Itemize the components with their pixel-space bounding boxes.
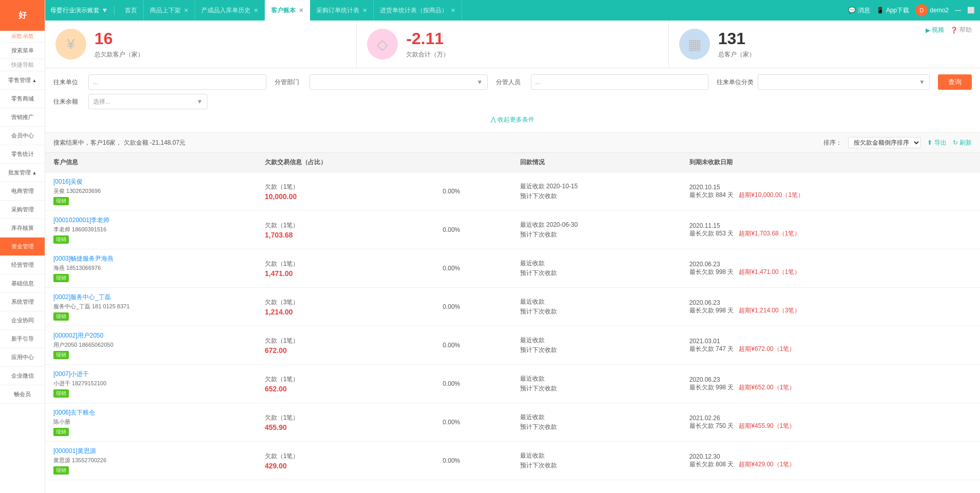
- filter-balance-input[interactable]: 选择... ▼: [88, 94, 207, 109]
- sidebar-item-marketing[interactable]: 营销推广: [0, 108, 45, 127]
- sidebar-item-member[interactable]: 会员中心: [0, 127, 45, 145]
- col-header-percent: [434, 153, 512, 172]
- results-bar: 搜索结果中，客户16家， 欠款金额 -21,148.07元 排序： 按欠款金额倒…: [45, 133, 980, 153]
- tab-customer-account[interactable]: 客户账本 ✕: [265, 0, 310, 21]
- cell-debt-1: 欠款（1笔） 1,703.68: [257, 211, 435, 249]
- next-recover-5: 预计下次收款: [520, 384, 673, 393]
- customer-name-1[interactable]: [0001020001]李老师: [53, 216, 248, 225]
- cell-customer-2: [0003]畅捷服务尹海燕 海燕 18513066976 现销: [45, 249, 257, 288]
- sidebar-item-basic-info[interactable]: 基础信息: [0, 274, 45, 293]
- filter-dept-input[interactable]: ▼: [310, 74, 488, 90]
- stat-icon-total: ▦: [679, 29, 710, 60]
- stat-card-debtors: ¥ 16 总欠款客户（家）: [45, 21, 357, 68]
- filter-manager-input[interactable]: ...: [531, 74, 709, 90]
- debt-amount-1[interactable]: 1,703.68: [265, 231, 427, 239]
- window-minimize[interactable]: —: [955, 7, 961, 14]
- window-maximize[interactable]: ⬜: [967, 7, 975, 14]
- filter-manager: 分管人员 ...: [496, 74, 709, 90]
- cell-overdue-5: 2020.06.23 最长欠款 998 天 超期¥652.00（1笔）: [681, 365, 980, 403]
- debt-percent-3: 0.00%: [443, 303, 504, 310]
- sidebar-item-retail-mall[interactable]: 零售商城: [0, 90, 45, 108]
- sidebar-item-system[interactable]: 系统管理: [0, 293, 45, 311]
- debt-amount-4[interactable]: 672.00: [265, 346, 427, 354]
- overdue-detail-1[interactable]: 超期¥1,703.68（1笔）: [739, 230, 800, 237]
- customer-name-7[interactable]: [000001]黄思源: [53, 447, 248, 456]
- sidebar-item-app-center[interactable]: 应用中心: [0, 348, 45, 367]
- customer-name-6[interactable]: [0006]去下粮仓: [53, 408, 248, 417]
- overdue-days-2: 最长欠款 998 天 超期¥1,471.00（1笔）: [689, 268, 972, 277]
- sidebar-item-vip-member[interactable]: 畅会员: [0, 385, 45, 404]
- debt-amount-6[interactable]: 455.90: [265, 423, 427, 431]
- user-avatar[interactable]: D demo2: [915, 4, 949, 16]
- cell-overdue-4: 2021.03.01 最长欠款 747 天 超期¥672.00（1笔）: [681, 326, 980, 365]
- tab-product-offline[interactable]: 商品上下架 ✕: [144, 0, 195, 21]
- sidebar-item-corp-wechat[interactable]: 企业微信: [0, 367, 45, 385]
- tab-home[interactable]: 首页: [119, 0, 144, 21]
- sidebar-item-retail-mgmt[interactable]: 零售管理 ▲: [0, 71, 45, 90]
- overdue-detail-3[interactable]: 超期¥1,214.00（3笔）: [739, 307, 800, 314]
- debt-percent-2: 0.00%: [443, 265, 504, 272]
- customer-name-2[interactable]: [0003]畅捷服务尹海燕: [53, 254, 248, 263]
- debt-amount-7[interactable]: 429.00: [265, 462, 427, 470]
- tab-close-product-history[interactable]: ✕: [254, 7, 258, 14]
- filter-from-unit-input[interactable]: ...: [88, 74, 266, 90]
- sidebar-item-ops-mgmt[interactable]: 经营管理: [0, 256, 45, 274]
- cell-customer-3: [0002]服务中心_丁磊 服务中心_丁磊 181 0125 8371 现销: [45, 288, 257, 326]
- cell-customer-6: [0006]去下粮仓 陈小册 现销: [45, 403, 257, 442]
- help-btn[interactable]: ❓ 帮助: [950, 26, 972, 34]
- stat-value-total: 131: [718, 29, 755, 48]
- tab-product-history[interactable]: 产成品入库单历史 ✕: [195, 0, 265, 21]
- overdue-detail-4[interactable]: 超期¥672.00（1笔）: [739, 345, 795, 352]
- tenant-selector[interactable]: 母婴行业演示账套 ▼: [50, 6, 114, 15]
- tab-close-purchase-summary[interactable]: ✕: [362, 7, 367, 14]
- sidebar-search[interactable]: 搜索菜单: [0, 43, 45, 59]
- sidebar-item-enterprise[interactable]: 企业协同: [0, 311, 45, 330]
- next-recover-0: 预计下次收款: [520, 192, 673, 201]
- overdue-detail-7[interactable]: 超期¥429.00（1笔）: [739, 461, 795, 468]
- export-btn[interactable]: ⬆ 导出: [927, 139, 946, 147]
- query-button[interactable]: 查询: [938, 74, 972, 90]
- sidebar-item-batch-mgmt[interactable]: 批发管理 ▲: [0, 164, 45, 182]
- tab-close-customer-account[interactable]: ✕: [299, 7, 303, 14]
- debt-amount-0[interactable]: 10,000.00: [265, 192, 427, 201]
- overdue-date-6: 2021.02.26: [689, 415, 972, 422]
- filter-unit-category-input[interactable]: ▼: [758, 74, 930, 90]
- tab-close-product-offline[interactable]: ✕: [184, 7, 188, 14]
- sidebar-item-newbie[interactable]: 新手引导: [0, 330, 45, 348]
- last-recover-3: 最近收款: [520, 298, 673, 306]
- overdue-detail-6[interactable]: 超期¥455.90（1笔）: [739, 422, 795, 429]
- video-btn[interactable]: ▶ 视频: [926, 26, 944, 34]
- message-btn[interactable]: 💬 消息: [848, 6, 870, 15]
- cell-debt-2: 欠款（1笔） 1,471.00: [257, 249, 435, 288]
- overdue-date-3: 2020.06.23: [689, 299, 972, 306]
- tab-close-purchase-stats[interactable]: ✕: [451, 7, 455, 14]
- customer-name-3[interactable]: [0002]服务中心_丁磊: [53, 293, 248, 302]
- overdue-detail-2[interactable]: 超期¥1,471.00（1笔）: [739, 268, 800, 275]
- customer-name-0[interactable]: [0016]吴俊: [53, 178, 248, 186]
- cell-recover-0: 最近收款 2020-10-15 预计下次收款: [512, 172, 681, 211]
- debt-amount-5[interactable]: 652.00: [265, 385, 427, 393]
- sidebar-item-inventory[interactable]: 库存核算: [0, 219, 45, 238]
- sidebar-item-retail-stats[interactable]: 零售统计: [0, 145, 45, 164]
- refresh-btn[interactable]: ↻ 刷新: [953, 139, 972, 147]
- sidebar-item-finance[interactable]: 资金管理: [0, 238, 45, 256]
- cell-overdue-2: 2020.06.23 最长欠款 998 天 超期¥1,471.00（1笔）: [681, 249, 980, 288]
- sort-select[interactable]: 按欠款金额倒序排序: [848, 137, 921, 148]
- tab-purchase-summary[interactable]: 采购订单统计表 ✕: [310, 0, 374, 21]
- debt-percent-7: 0.00%: [443, 457, 504, 464]
- badge-xian-4: 现销: [53, 351, 69, 359]
- overdue-detail-5[interactable]: 超期¥652.00（1笔）: [739, 384, 795, 391]
- filter-area: 往来单位 ... 分管部门 ▼ 分管人员: [45, 68, 980, 133]
- customer-name-4[interactable]: [000002]用户2050: [53, 331, 248, 340]
- overdue-detail-0[interactable]: 超期¥10,000.00（1笔）: [739, 191, 804, 199]
- debt-amount-2[interactable]: 1,471.00: [265, 269, 427, 278]
- tab-purchase-stats[interactable]: 进货单统计表（按商品） ✕: [374, 0, 462, 21]
- app-download-btn[interactable]: 📱 App下载: [876, 6, 909, 15]
- collapse-btn[interactable]: ⋀ 收起更多条件: [53, 113, 972, 126]
- last-recover-4: 最近收款: [520, 336, 673, 345]
- debt-amount-3[interactable]: 1,214.00: [265, 308, 427, 316]
- sidebar-item-purchase[interactable]: 采购管理: [0, 201, 45, 219]
- customer-phone-7: 黄思源 13552700226: [53, 457, 248, 464]
- customer-name-5[interactable]: [0007]小进干: [53, 370, 248, 379]
- sidebar-item-ecommerce[interactable]: 电商管理: [0, 182, 45, 201]
